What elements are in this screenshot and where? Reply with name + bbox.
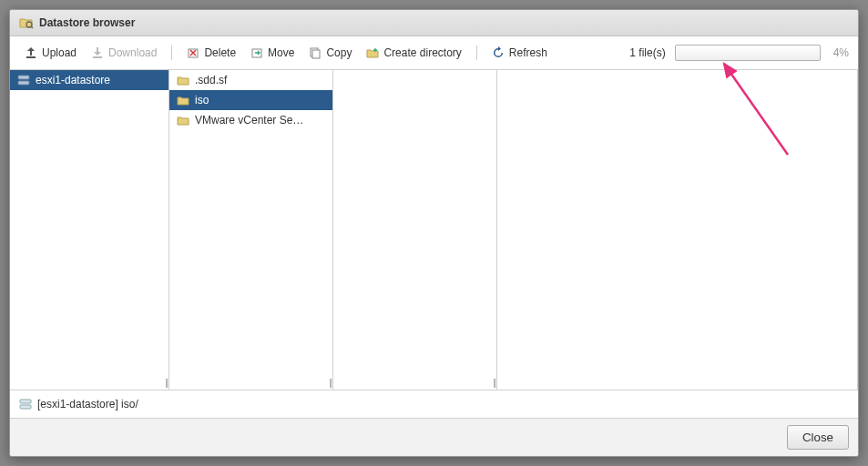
column-files: |||	[333, 70, 497, 390]
download-label: Download	[108, 46, 157, 59]
folder-label: iso	[195, 94, 209, 106]
create-directory-button[interactable]: Create directory	[361, 44, 466, 62]
column-resize-handle[interactable]: |||	[165, 378, 167, 388]
download-button: Download	[86, 44, 162, 62]
datastore-icon	[17, 75, 30, 86]
svg-rect-2	[26, 56, 36, 58]
folder-icon	[177, 95, 189, 106]
footer: Close	[10, 418, 858, 456]
path-text: [esxi1-datastore] iso/	[37, 398, 138, 410]
copy-button[interactable]: Copy	[303, 44, 357, 62]
column-preview	[497, 70, 858, 390]
datastore-browser-dialog: Datastore browser Upload Download Delete…	[9, 9, 859, 457]
folder-label: VMware vCenter Se…	[195, 114, 303, 127]
column-datastores: esxi1-datastore |||	[10, 70, 169, 390]
column-folders: .sdd.sf iso VMware vCenter Se… |||	[169, 70, 333, 390]
folder-icon	[177, 75, 189, 86]
upload-progress	[675, 45, 821, 61]
upload-icon	[25, 46, 37, 59]
close-button[interactable]: Close	[787, 425, 849, 450]
svg-line-1	[31, 26, 33, 28]
move-button[interactable]: Move	[245, 44, 300, 62]
svg-rect-3	[93, 56, 102, 58]
create-directory-label: Create directory	[383, 46, 461, 59]
folder-item[interactable]: .sdd.sf	[169, 70, 332, 90]
delete-label: Delete	[204, 46, 236, 59]
svg-rect-8	[18, 76, 29, 79]
upload-label: Upload	[42, 46, 77, 59]
refresh-button[interactable]: Refresh	[486, 44, 553, 62]
folder-label: .sdd.sf	[195, 74, 227, 86]
refresh-label: Refresh	[509, 46, 547, 59]
toolbar: Upload Download Delete Move Copy Create …	[10, 36, 858, 70]
folder-item[interactable]: iso	[169, 90, 332, 110]
column-resize-handle[interactable]: |||	[493, 378, 495, 388]
svg-rect-9	[18, 81, 29, 85]
statusbar: [esxi1-datastore] iso/	[10, 390, 858, 418]
copy-icon	[309, 46, 322, 59]
folder-item[interactable]: VMware vCenter Se…	[169, 110, 332, 130]
svg-rect-7	[312, 50, 320, 58]
file-count: 1 file(s)	[629, 46, 665, 59]
folder-icon	[177, 115, 189, 126]
dialog-title: Datastore browser	[39, 16, 135, 29]
separator	[476, 46, 477, 60]
svg-rect-10	[20, 400, 31, 403]
copy-label: Copy	[326, 46, 352, 59]
browser-columns: esxi1-datastore ||| .sdd.sf iso VMware v…	[10, 70, 858, 390]
delete-icon	[187, 46, 199, 59]
refresh-icon	[492, 46, 505, 59]
move-label: Move	[268, 46, 294, 59]
delete-button[interactable]: Delete	[181, 44, 241, 62]
separator	[171, 46, 172, 60]
upload-button[interactable]: Upload	[19, 44, 82, 62]
download-icon	[91, 46, 104, 59]
datastore-label: esxi1-datastore	[36, 74, 110, 86]
datastore-icon	[19, 399, 32, 410]
column-resize-handle[interactable]: |||	[329, 378, 331, 388]
search-folder-icon	[19, 15, 34, 30]
move-icon	[250, 46, 263, 59]
folder-plus-icon	[366, 46, 379, 59]
titlebar: Datastore browser	[10, 10, 858, 36]
upload-percent: 4%	[833, 46, 849, 59]
svg-rect-11	[20, 405, 31, 409]
datastore-item[interactable]: esxi1-datastore	[10, 70, 168, 90]
